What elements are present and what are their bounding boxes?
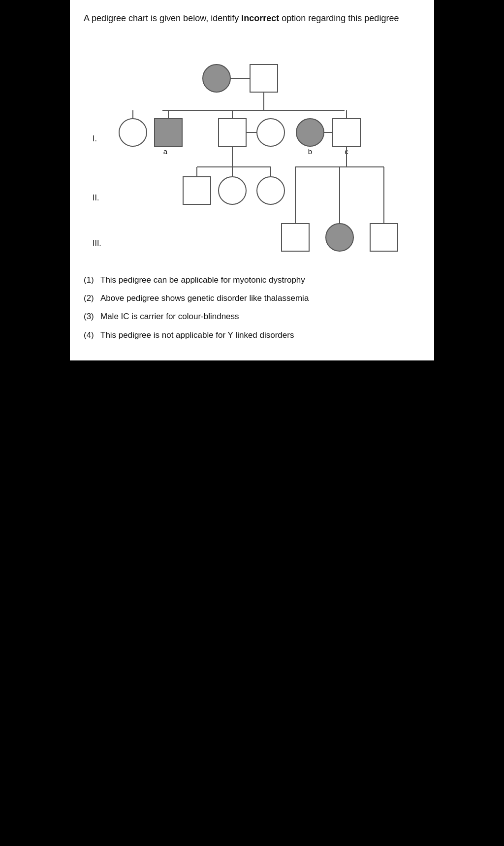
gen-III-male-1 <box>282 224 309 251</box>
gen-II-female-2 <box>257 177 284 204</box>
option-3: (3) Male IC is carrier for colour-blindn… <box>84 310 420 323</box>
option-4: (4) This pedigree is not applicable for … <box>84 328 420 342</box>
gen-p-male <box>250 65 278 92</box>
question-prefix: A pedigree chart is given below, identif… <box>84 13 241 23</box>
option-4-text: This pedigree is not applicable for Y li… <box>100 328 420 342</box>
label-b: b <box>308 147 312 156</box>
gen-I-female-mid <box>257 119 284 146</box>
pedigree-diagram: I. II. III. <box>84 34 420 262</box>
option-3-num: (3) <box>84 310 97 323</box>
option-2-num: (2) <box>84 292 97 305</box>
gen-I-male-c <box>333 119 360 146</box>
question-bold: incorrect <box>241 13 279 23</box>
gen-III-male-2 <box>370 224 398 251</box>
gen-II-male <box>183 177 211 204</box>
gen-I-male-mid <box>219 119 246 146</box>
gen-I-male-a-filled <box>155 119 182 146</box>
option-1-text: This pedigree can be applicable for myot… <box>100 273 420 287</box>
options-list: (1) This pedigree can be applicable for … <box>84 273 420 342</box>
gen-II-label: II. <box>93 194 99 202</box>
question-text: A pedigree chart is given below, identif… <box>84 12 420 25</box>
option-2: (2) Above pedigree shows genetic disorde… <box>84 292 420 305</box>
gen-III-female-affected <box>326 224 353 251</box>
gen-p-female-affected <box>203 65 230 92</box>
gen-I-female-left <box>119 119 147 146</box>
option-3-text: Male IC is carrier for colour-blindness <box>100 310 420 323</box>
option-1-num: (1) <box>84 273 97 287</box>
label-a: a <box>163 147 168 156</box>
question-card: A pedigree chart is given below, identif… <box>70 0 434 360</box>
question-suffix: option regarding this pedigree <box>279 13 399 23</box>
gen-III-label: III. <box>93 239 101 247</box>
gen-II-female-1 <box>219 177 246 204</box>
option-1: (1) This pedigree can be applicable for … <box>84 273 420 287</box>
option-2-text: Above pedigree shows genetic disorder li… <box>100 292 420 305</box>
option-4-num: (4) <box>84 328 97 342</box>
gen-I-female-b <box>296 119 324 146</box>
gen-I-label: I. <box>93 134 97 143</box>
